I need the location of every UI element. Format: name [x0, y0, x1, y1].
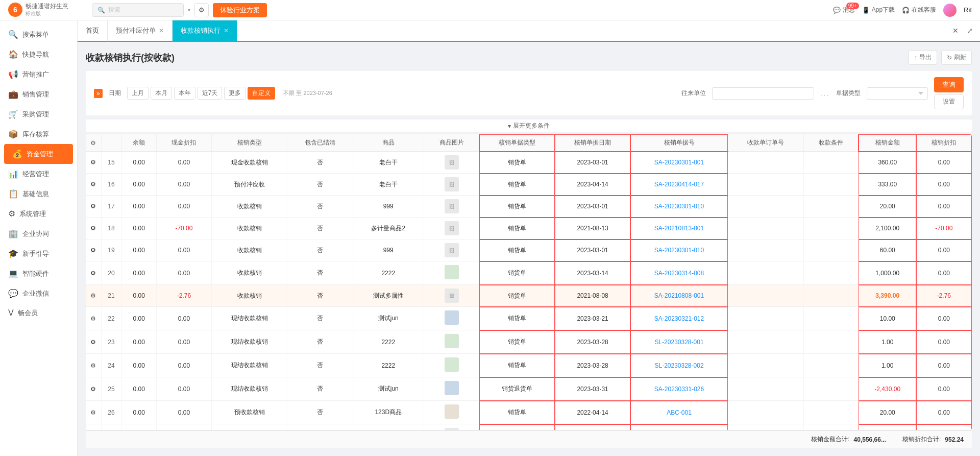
tab-receipt[interactable]: 收款核销执行 ✕ [173, 20, 237, 41]
date-btn-this-month[interactable]: 本月 [151, 87, 172, 100]
cell-settings[interactable]: ⚙ [86, 401, 101, 424]
tab-expand-button[interactable]: ⤢ [964, 25, 976, 37]
cell-settings[interactable]: ⚙ [86, 285, 101, 307]
cell-settings[interactable]: ⚙ [86, 174, 101, 196]
gear-cell-icon[interactable]: ⚙ [90, 247, 96, 254]
cell-settings[interactable]: ⚙ [86, 239, 101, 261]
expand-more-bar[interactable]: ▾ 展开更多条件 [86, 119, 972, 132]
gear-cell-icon[interactable]: ⚙ [90, 292, 96, 299]
date-btn-this-year[interactable]: 本年 [174, 87, 195, 100]
cell-bill-no[interactable]: SA-20210808-001 [630, 285, 728, 307]
gear-cell-icon[interactable]: ⚙ [90, 181, 96, 188]
gear-cell-icon[interactable]: ⚙ [90, 339, 96, 346]
bill-no-link[interactable]: SL-20230328-001 [654, 339, 703, 346]
bill-no-link[interactable]: SA-20230414-017 [654, 181, 704, 188]
tab-prepay-close[interactable]: ✕ [159, 27, 164, 34]
setting-button[interactable]: 设置 [934, 94, 964, 109]
cell-settings[interactable]: ⚙ [86, 307, 101, 330]
gear-cell-icon[interactable]: ⚙ [90, 362, 96, 369]
date-btn-7days[interactable]: 近7天 [198, 87, 223, 100]
bill-no-link[interactable]: SA-20230301-010 [654, 203, 704, 210]
sidebar-item-base-info[interactable]: 📋 基础信息 [0, 184, 77, 204]
messages-button[interactable]: 💬 消息 99+ [833, 6, 855, 14]
gear-icon[interactable]: ⚙ [90, 139, 96, 147]
cell-settings[interactable]: ⚙ [86, 424, 101, 430]
cell-settings[interactable]: ⚙ [86, 218, 101, 239]
unit-input[interactable] [712, 87, 814, 100]
sidebar-item-search[interactable]: 🔍 搜索菜单 [0, 25, 77, 44]
tab-close-button[interactable]: ✕ [949, 25, 962, 37]
app-download-button[interactable]: 📱 App下载 [862, 6, 895, 14]
bill-no-link[interactable]: SA-20230321-012 [654, 315, 704, 322]
sidebar-item-quick-nav[interactable]: 🏠 快捷导航 [0, 44, 77, 64]
gear-cell-icon[interactable]: ⚙ [90, 225, 96, 232]
global-search[interactable]: 🔍 搜索 [92, 3, 184, 17]
sidebar-item-wechat[interactable]: 💬 企业微信 [0, 283, 77, 303]
table-container[interactable]: ⚙ 余额 现金折扣 核销类型 包含已结清 商品 商品图片 核销单据类型 [86, 134, 972, 430]
gear-cell-icon[interactable]: ⚙ [90, 270, 96, 277]
cell-bill-no[interactable]: SA-20230301-010 [630, 239, 728, 261]
cell-bill-no[interactable]: SA-20230331-026 [630, 377, 728, 401]
cell-bill-no[interactable]: SA-20230301-010 [630, 196, 728, 218]
sidebar-item-member[interactable]: V 畅会员 [0, 303, 77, 323]
cell-included-settled: 否 [287, 330, 353, 354]
cell-settings[interactable]: ⚙ [86, 330, 101, 354]
gear-cell-icon[interactable]: ⚙ [90, 203, 96, 210]
cell-settings[interactable]: ⚙ [86, 152, 101, 174]
export-button[interactable]: ↑ 导出 [909, 50, 937, 65]
industry-button[interactable]: 休验行业方案 [213, 3, 267, 17]
sidebar-item-operation[interactable]: 📊 经营管理 [0, 164, 77, 184]
date-btn-more[interactable]: 更多 [224, 87, 246, 100]
tab-receipt-close[interactable]: ✕ [224, 27, 229, 34]
bill-no-link[interactable]: SA-20230331-026 [654, 386, 704, 393]
bill-no-link[interactable]: ABC-001 [667, 409, 692, 416]
tab-home[interactable]: 首页 [78, 20, 108, 41]
cell-settings[interactable]: ⚙ [86, 261, 101, 285]
query-button[interactable]: 查询 [934, 77, 964, 92]
sidebar-item-inventory[interactable]: 📦 库存核算 [0, 124, 77, 144]
type-select[interactable] [867, 87, 928, 100]
date-btn-custom[interactable]: 自定义 [248, 87, 275, 100]
sidebar-item-system[interactable]: ⚙ 系统管理 [0, 204, 77, 224]
bill-no-link[interactable]: SL-20230328-002 [654, 362, 703, 369]
cell-bill-date: 2021-08-08 [555, 285, 630, 307]
date-btn-last-month[interactable]: 上月 [127, 87, 149, 100]
cell-bill-no[interactable]: SL-20230328-001 [630, 330, 728, 354]
refresh-button[interactable]: ↻ 刷新 [941, 50, 972, 65]
tab-prepay[interactable]: 预付冲应付单 ✕ [108, 20, 173, 41]
table-row: ⚙ 15 0.00 0.00 现金收款核销 否 老白干 🖼 销货单 2023-0… [86, 152, 972, 174]
bill-no-link[interactable]: SA-20230301-001 [654, 159, 704, 166]
cell-bill-no[interactable]: SL-20230328-002 [630, 354, 728, 377]
cell-settings[interactable]: ⚙ [86, 354, 101, 377]
bill-no-link[interactable]: SA-20230314-008 [654, 270, 704, 277]
sidebar-item-hardware[interactable]: 💻 智能硬件 [0, 263, 77, 283]
cell-bill-no[interactable]: SA-20230314-008 [630, 261, 728, 285]
gear-cell-icon[interactable]: ⚙ [90, 159, 96, 166]
expand-btn-area[interactable]: » [94, 89, 103, 98]
cell-bill-no[interactable]: SA-20230321-012 [630, 307, 728, 330]
gear-cell-icon[interactable]: ⚙ [90, 386, 96, 393]
sidebar-item-marketing[interactable]: 📢 营销推广 [0, 64, 77, 84]
expand-icon[interactable]: » [94, 89, 103, 98]
cell-bill-no[interactable]: SA-20230414-017 [630, 174, 728, 196]
sidebar-item-finance[interactable]: 💰 资金管理 [4, 144, 73, 164]
bill-no-link[interactable]: SA-20230301-010 [654, 247, 704, 254]
user-avatar[interactable] [943, 4, 957, 17]
cell-bill-no[interactable]: SA-20210813-001 [630, 218, 728, 239]
sidebar-item-guide[interactable]: 🎓 新手引导 [0, 244, 77, 263]
gear-cell-icon[interactable]: ⚙ [90, 315, 96, 322]
sidebar-item-purchase[interactable]: 🛒 采购管理 [0, 104, 77, 124]
cell-bill-no[interactable]: ABC-001 [630, 401, 728, 424]
cell-bill-no[interactable]: SA-20230301-001 [630, 152, 728, 174]
bill-no-link[interactable]: SA-20210813-001 [654, 225, 704, 232]
cell-settings[interactable]: ⚙ [86, 196, 101, 218]
gear-cell-icon[interactable]: ⚙ [90, 409, 96, 416]
settings-button[interactable]: ⚙ [194, 3, 209, 17]
cell-bill-no[interactable]: SL-20230408-001 [630, 424, 728, 430]
bill-no-link[interactable]: SA-20210808-001 [654, 292, 704, 299]
search-dropdown-icon[interactable]: ▾ [188, 7, 190, 13]
sidebar-item-sales[interactable]: 💼 销售管理 [0, 84, 77, 104]
sidebar-item-enterprise[interactable]: 🏢 企业协同 [0, 224, 77, 244]
cell-settings[interactable]: ⚙ [86, 377, 101, 401]
online-service-button[interactable]: 🎧 在线客服 [902, 6, 936, 14]
